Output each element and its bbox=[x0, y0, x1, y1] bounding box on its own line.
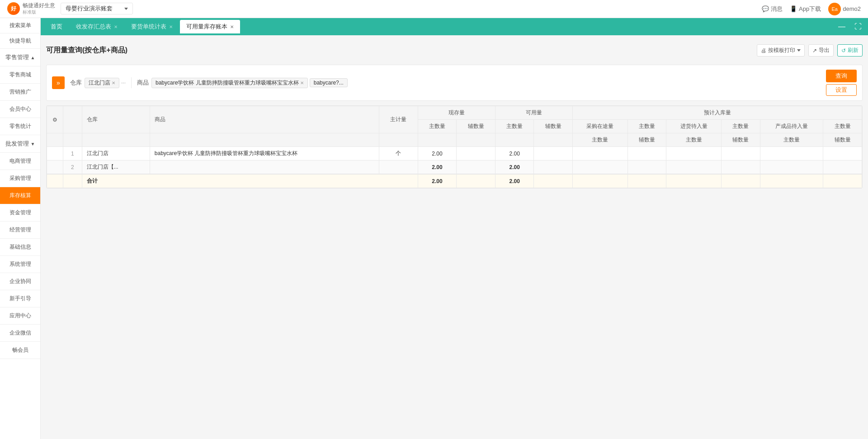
company-name: 母婴行业演示账套 bbox=[66, 5, 113, 13]
search-label: 搜索菜单 bbox=[9, 22, 31, 28]
sidebar-item-retail-mgmt[interactable]: 零售管理 ▲ bbox=[0, 49, 40, 66]
cell-stock-aux bbox=[457, 160, 495, 175]
sidebar-item-member[interactable]: 会员中心 bbox=[0, 101, 40, 118]
th-available-aux: 辅数量 bbox=[534, 120, 573, 133]
cell-checkbox bbox=[47, 147, 63, 160]
print-button[interactable]: 🖨 按模板打印 bbox=[757, 44, 805, 57]
sidebar-item-label: 新手引导 bbox=[9, 295, 31, 302]
tab-order-stats[interactable]: 要货单统计表 ✕ bbox=[125, 20, 179, 33]
sidebar-item-inventory[interactable]: 库存核算 bbox=[0, 187, 40, 204]
tab-close-icon[interactable]: ✕ bbox=[230, 24, 234, 29]
sidebar-item-newbie[interactable]: 新手引导 bbox=[0, 290, 40, 307]
th-settings[interactable]: ⚙ bbox=[47, 106, 63, 133]
avatar: Ea bbox=[828, 3, 841, 15]
product-tag-babycare[interactable]: babycare学饮杯 儿童防摔防撞吸管杯重力球吸嘴杯宝宝水杯 ✕ bbox=[151, 78, 308, 88]
sidebar-search[interactable]: 搜索菜单 bbox=[0, 18, 40, 33]
refresh-button[interactable]: ↺ 刷新 bbox=[837, 44, 863, 57]
cell-available-aux bbox=[534, 160, 573, 175]
sidebar-item-retail-mall[interactable]: 零售商城 bbox=[0, 66, 40, 84]
sidebar-item-label: 会员中心 bbox=[9, 105, 31, 113]
table-row: 1 江北门店 babycare学饮杯 儿童防摔防撞吸管杯重力球吸嘴杯宝宝水杯 个… bbox=[47, 147, 862, 160]
tab-close-icon[interactable]: ✕ bbox=[114, 24, 118, 29]
cell-production-aux bbox=[823, 147, 862, 160]
page-header-actions: 🖨 按模板打印 ↗ 导出 ↺ 刷新 bbox=[757, 44, 863, 57]
th-purchase-main: 主数量 bbox=[627, 120, 666, 133]
tab-label: 要货单统计表 bbox=[131, 23, 166, 31]
sidebar-item-label: 电商管理 bbox=[9, 157, 31, 165]
sidebar-item-enterprise[interactable]: 企业协同 bbox=[0, 273, 40, 290]
table-row: 2 江北门店【... 2.00 2.00 bbox=[47, 160, 862, 175]
sidebar-item-vip[interactable]: 畅会员 bbox=[0, 342, 40, 359]
refresh-icon: ↺ bbox=[841, 47, 846, 54]
settings-button[interactable]: 设置 bbox=[826, 84, 857, 96]
th-purchase-sub-main: 主数量 bbox=[573, 133, 628, 147]
tab-maximize-button[interactable]: ⛶ bbox=[852, 22, 864, 32]
cell-purchase-aux bbox=[627, 160, 666, 175]
tab-minimize-button[interactable]: — bbox=[835, 22, 848, 32]
cell-production-aux bbox=[823, 160, 862, 175]
sidebar-item-retail-stats[interactable]: 零售统计 bbox=[0, 118, 40, 135]
warehouse-tag-text: 江北门店 bbox=[89, 79, 110, 87]
sidebar-item-app-center[interactable]: 应用中心 bbox=[0, 307, 40, 325]
tab-receipts[interactable]: 收发存汇总表 ✕ bbox=[70, 20, 124, 33]
warehouse-tag-close-icon[interactable]: ✕ bbox=[112, 80, 115, 85]
page-title: 可用量查询(按仓库+商品) bbox=[46, 46, 127, 55]
tab-close-icon[interactable]: ✕ bbox=[169, 24, 173, 29]
sidebar-item-ecommerce[interactable]: 电商管理 bbox=[0, 153, 40, 170]
cell-stock-main: 2.00 bbox=[418, 147, 457, 160]
cell-stock-main: 2.00 bbox=[418, 160, 457, 175]
top-bar: 好 畅捷通好生意 标准版 母婴行业演示账套 💬 消息 📱 App下载 Ea de… bbox=[0, 0, 868, 18]
content-area: 首页 收发存汇总表 ✕ 要货单统计表 ✕ 可用量库存账本 ✕ — ⛶ bbox=[41, 18, 868, 439]
cell-warehouse: 江北门店 bbox=[82, 147, 150, 160]
sidebar-item-label: 基础信息 bbox=[9, 243, 31, 251]
export-button[interactable]: ↗ 导出 bbox=[808, 44, 834, 57]
tab-label: 可用量库存账本 bbox=[186, 23, 227, 31]
th-available-main: 主数量 bbox=[495, 120, 534, 133]
sidebar-item-wholesale-mgmt[interactable]: 批发管理 ▼ bbox=[0, 135, 40, 153]
app-download-action[interactable]: 📱 App下载 bbox=[790, 5, 821, 13]
sidebar-item-enterprise-wechat[interactable]: 企业微信 bbox=[0, 325, 40, 342]
logo-icon: 好 bbox=[7, 2, 20, 15]
product-tag-close-icon[interactable]: ✕ bbox=[300, 80, 304, 85]
cell-index: 1 bbox=[63, 147, 82, 160]
sidebar-item-label: 库存核算 bbox=[9, 192, 31, 199]
query-button[interactable]: 查询 bbox=[826, 70, 857, 82]
tab-home-label: 首页 bbox=[51, 23, 62, 30]
warehouse-more-icon[interactable]: ··· bbox=[121, 80, 126, 86]
cell-purchase-aux bbox=[627, 147, 666, 160]
sidebar-item-system[interactable]: 系统管理 bbox=[0, 256, 40, 273]
sidebar-quick-nav[interactable]: 快捷导航 bbox=[0, 33, 40, 49]
cell-purchase-main bbox=[573, 160, 628, 175]
message-action[interactable]: 💬 消息 bbox=[762, 5, 783, 13]
filter-expand-button[interactable]: » bbox=[52, 76, 65, 89]
sidebar: 搜索菜单 快捷导航 零售管理 ▲ 零售商城 营销推广 会员中心 零售统计 批发管… bbox=[0, 18, 41, 439]
filter-area: » 仓库 江北门店 ✕ ··· 商品 bbox=[46, 65, 863, 101]
sidebar-item-basics[interactable]: 基础信息 bbox=[0, 239, 40, 256]
footer-available-main: 2.00 bbox=[495, 174, 534, 188]
warehouse-tag-jiangbei[interactable]: 江北门店 ✕ bbox=[85, 78, 119, 88]
sidebar-item-marketing[interactable]: 营销推广 bbox=[0, 84, 40, 101]
product-tag-babycare2[interactable]: babycare?... bbox=[310, 78, 348, 87]
th-index bbox=[63, 106, 82, 133]
sidebar-item-label: 采购管理 bbox=[9, 175, 31, 182]
user-action[interactable]: Ea demo2 bbox=[828, 3, 861, 15]
company-selector[interactable]: 母婴行业演示账套 bbox=[61, 3, 133, 14]
th-forecast-group: 预计入库量 bbox=[573, 106, 862, 120]
tab-available-stock[interactable]: 可用量库存账本 ✕ bbox=[180, 20, 240, 33]
th-production-sub-aux: 辅数量 bbox=[823, 133, 862, 147]
chevron-icon: ▲ bbox=[31, 55, 35, 60]
sidebar-item-purchase[interactable]: 采购管理 bbox=[0, 170, 40, 187]
sidebar-item-finance[interactable]: 资金管理 bbox=[0, 204, 40, 222]
tab-bar-right: — ⛶ bbox=[835, 22, 864, 32]
th-stock-aux: 辅数量 bbox=[457, 120, 495, 133]
th-purchase-sub-aux: 辅数量 bbox=[627, 133, 666, 147]
sidebar-item-operations[interactable]: 经营管理 bbox=[0, 222, 40, 239]
th-production-sub-main: 主数量 bbox=[760, 133, 823, 147]
cell-available-main: 2.00 bbox=[495, 147, 534, 160]
cell-purchase-main bbox=[573, 147, 628, 160]
tab-home[interactable]: 首页 bbox=[44, 21, 69, 33]
refresh-label: 刷新 bbox=[848, 47, 859, 54]
expand-icon: » bbox=[57, 79, 60, 86]
logo-area: 好 畅捷通好生意 标准版 bbox=[7, 2, 55, 15]
th-incoming-group: 进货待入量 bbox=[666, 120, 722, 133]
